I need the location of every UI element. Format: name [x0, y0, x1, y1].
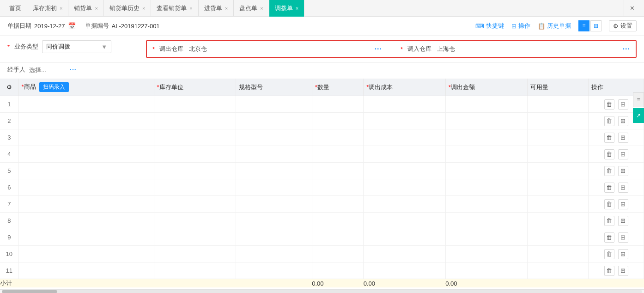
row-available[interactable] [528, 246, 589, 262]
copy-row-btn[interactable]: ⊞ [618, 116, 628, 126]
row-product[interactable] [18, 129, 154, 146]
tab-sales-history-close[interactable]: × [142, 6, 145, 11]
copy-row-btn[interactable]: ⊞ [618, 216, 628, 226]
row-qty[interactable] [312, 179, 364, 196]
settings-btn[interactable]: ⚙ 设置 [609, 20, 637, 31]
row-qty[interactable] [312, 113, 364, 129]
row-amount[interactable] [445, 262, 527, 279]
row-available[interactable] [528, 146, 589, 163]
row-qty[interactable] [312, 96, 364, 113]
copy-row-btn[interactable]: ⊞ [618, 249, 628, 259]
row-unit[interactable] [154, 96, 236, 113]
row-qty[interactable] [312, 129, 364, 146]
row-available[interactable] [528, 196, 589, 213]
tab-stocktake-close[interactable]: × [260, 6, 263, 11]
copy-row-btn[interactable]: ⊞ [618, 133, 628, 143]
row-amount[interactable] [445, 179, 527, 196]
row-product[interactable] [18, 146, 154, 163]
row-unit[interactable] [154, 246, 236, 262]
row-product[interactable] [18, 196, 154, 213]
handler-input[interactable] [29, 67, 66, 73]
row-qty[interactable] [312, 262, 364, 279]
copy-row-btn[interactable]: ⊞ [618, 166, 628, 176]
row-product[interactable] [18, 179, 154, 196]
row-cost[interactable] [364, 129, 445, 146]
tab-transfer-close[interactable]: × [296, 6, 298, 11]
scrollbar-thumb[interactable] [2, 290, 57, 293]
row-cost[interactable] [364, 163, 445, 179]
row-available[interactable] [528, 96, 589, 113]
row-spec[interactable] [236, 113, 312, 129]
row-qty[interactable] [312, 163, 364, 179]
row-spec[interactable] [236, 229, 312, 246]
row-spec[interactable] [236, 129, 312, 146]
col-gear[interactable]: ⚙ [0, 79, 18, 96]
tab-home[interactable]: 首页 [4, 0, 27, 17]
row-cost[interactable] [364, 213, 445, 229]
ops-btn[interactable]: ⊞ 操作 [511, 22, 530, 30]
layout-btn-grid[interactable]: ⊞ [590, 20, 601, 31]
row-available[interactable] [528, 213, 589, 229]
tab-inventory-init-close[interactable]: × [60, 6, 62, 11]
row-spec[interactable] [236, 262, 312, 279]
row-qty[interactable] [312, 246, 364, 262]
row-product[interactable] [18, 163, 154, 179]
row-amount[interactable] [445, 129, 527, 146]
row-unit[interactable] [154, 129, 236, 146]
row-amount[interactable] [445, 196, 527, 213]
row-product[interactable] [18, 246, 154, 262]
row-unit[interactable] [154, 146, 236, 163]
row-unit[interactable] [154, 213, 236, 229]
copy-row-btn[interactable]: ⊞ [618, 232, 628, 243]
row-amount[interactable] [445, 213, 527, 229]
row-spec[interactable] [236, 196, 312, 213]
float-list-btn[interactable]: ≡ [633, 92, 644, 107]
history-btn[interactable]: 📋 历史单据 [538, 22, 571, 30]
row-unit[interactable] [154, 113, 236, 129]
row-cost[interactable] [364, 246, 445, 262]
copy-row-btn[interactable]: ⊞ [618, 266, 628, 276]
row-available[interactable] [528, 262, 589, 279]
row-cost[interactable] [364, 113, 445, 129]
row-qty[interactable] [312, 196, 364, 213]
tab-sales-order[interactable]: 销货单 × [68, 0, 103, 17]
delete-row-btn[interactable]: 🗑 [604, 216, 614, 226]
tab-view-sales[interactable]: 查看销货单 × [151, 0, 198, 17]
row-amount[interactable] [445, 246, 527, 262]
tab-sales-history[interactable]: 销货单历史 × [104, 0, 151, 17]
row-available[interactable] [528, 163, 589, 179]
copy-row-btn[interactable]: ⊞ [618, 199, 628, 209]
scan-btn[interactable]: 扫码录入 [39, 82, 69, 92]
row-product[interactable] [18, 96, 154, 113]
row-available[interactable] [528, 179, 589, 196]
row-unit[interactable] [154, 229, 236, 246]
row-product[interactable] [18, 113, 154, 129]
tab-inventory-init[interactable]: 库存期初 × [27, 0, 68, 17]
row-amount[interactable] [445, 146, 527, 163]
float-expand-btn[interactable]: ↗ [633, 108, 644, 123]
row-cost[interactable] [364, 96, 445, 113]
row-qty[interactable] [312, 146, 364, 163]
row-cost[interactable] [364, 229, 445, 246]
copy-row-btn[interactable]: ⊞ [618, 149, 628, 159]
row-qty[interactable] [312, 213, 364, 229]
row-product[interactable] [18, 229, 154, 246]
tab-sales-order-close[interactable]: × [95, 6, 97, 11]
row-amount[interactable] [445, 113, 527, 129]
delete-row-btn[interactable]: 🗑 [604, 249, 614, 259]
handler-more-btn[interactable]: ··· [70, 66, 77, 73]
delete-row-btn[interactable]: 🗑 [604, 99, 614, 110]
warehouse-out-more-btn[interactable]: ··· [375, 45, 382, 53]
delete-row-btn[interactable]: 🗑 [604, 232, 614, 243]
row-qty[interactable] [312, 229, 364, 246]
tab-purchase[interactable]: 进货单 × [199, 0, 234, 17]
delete-row-btn[interactable]: 🗑 [604, 166, 614, 176]
row-spec[interactable] [236, 163, 312, 179]
horizontal-scrollbar[interactable] [0, 289, 644, 293]
shortcut-btn[interactable]: ⌨ 快捷键 [475, 22, 504, 30]
delete-row-btn[interactable]: 🗑 [604, 266, 614, 276]
row-available[interactable] [528, 113, 589, 129]
delete-row-btn[interactable]: 🗑 [604, 116, 614, 126]
row-unit[interactable] [154, 196, 236, 213]
row-amount[interactable] [445, 229, 527, 246]
